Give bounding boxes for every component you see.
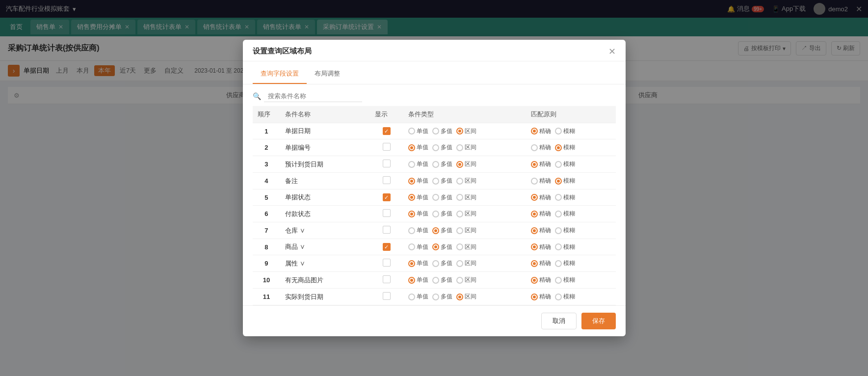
search-icon: 🔍 bbox=[253, 92, 261, 100]
tab-query-fields[interactable]: 查询字段设置 bbox=[253, 66, 307, 84]
table-header-row: 顺序 条件名称 显示 条件类型 匹配原则 bbox=[253, 106, 616, 110]
tab-query-fields-label: 查询字段设置 bbox=[261, 70, 299, 77]
th-order: 顺序 bbox=[253, 106, 281, 110]
modal-title: 设置查询区域布局 bbox=[253, 47, 312, 56]
settings-modal: 设置查询区域布局 ✕ 查询字段设置 布局调整 🔍 顺序 条件名称 bbox=[243, 40, 626, 110]
tab-layout-adjust-label: 布局调整 bbox=[315, 70, 340, 77]
tab-layout-adjust[interactable]: 布局调整 bbox=[307, 66, 348, 84]
th-rule: 匹配原则 bbox=[526, 106, 615, 110]
th-display: 显示 bbox=[370, 106, 403, 110]
th-type: 条件类型 bbox=[403, 106, 526, 110]
modal-header: 设置查询区域布局 ✕ bbox=[243, 40, 626, 61]
th-name: 条件名称 bbox=[280, 106, 369, 110]
conditions-table: 顺序 条件名称 显示 条件类型 匹配原则 1单据日期✓单值多值区间精确模糊2单据… bbox=[253, 106, 616, 110]
modal-overlay: 设置查询区域布局 ✕ 查询字段设置 布局调整 🔍 顺序 条件名称 bbox=[0, 0, 868, 110]
search-input[interactable] bbox=[264, 90, 362, 102]
modal-table-wrapper: 顺序 条件名称 显示 条件类型 匹配原则 1单据日期✓单值多值区间精确模糊2单据… bbox=[243, 106, 626, 110]
modal-tabs: 查询字段设置 布局调整 bbox=[243, 61, 626, 84]
modal-close-btn[interactable]: ✕ bbox=[608, 47, 616, 56]
modal-search-area: 🔍 bbox=[243, 84, 626, 106]
